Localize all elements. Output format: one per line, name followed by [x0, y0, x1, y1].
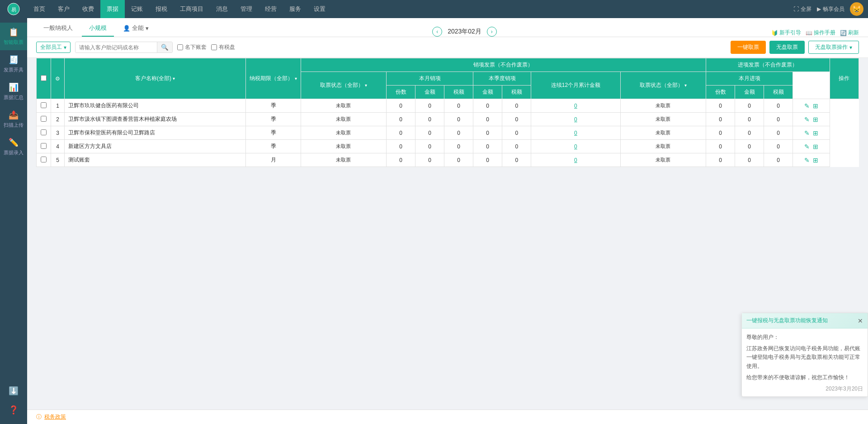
filter-icon-2: ▾ — [295, 76, 297, 81]
invoice-table: ⚙ 客户名称(全部) ▾ 纳税期限（全部） ▾ 销项发票（不合作废票） 进项发票… — [36, 58, 859, 167]
view-icon[interactable]: ⊞ — [813, 129, 818, 137]
row-ms-tax: 0 — [444, 140, 473, 153]
refresh-button[interactable]: 🔄 刷新 — [840, 29, 859, 37]
filter-row: 全部员工 ▾ 🔍 名下账套 有税盘 一键取票 无盘取票 无盘取票操作 ▾ — [27, 37, 868, 58]
bottom-bar: ⓘ 税务政策 — [27, 410, 868, 424]
edit-icon[interactable]: ✎ — [804, 143, 810, 150]
view-icon[interactable]: ⊞ — [813, 157, 818, 164]
sidebar-item-help[interactable]: ❓ — [9, 400, 19, 419]
nav-business[interactable]: 工商项目 — [174, 0, 210, 18]
fullscreen-button[interactable]: ⛶ 全屏 — [793, 5, 811, 13]
row-ms-amount: 0 — [415, 153, 444, 167]
guide-label: 新手引导 — [779, 29, 801, 37]
edit-icon[interactable]: ✎ — [804, 102, 810, 110]
th-customer-label: 客户名称(全部) — [135, 75, 171, 81]
sidebar-label-3: 扫描上传 — [4, 122, 24, 129]
has-tax-disk-checkbox[interactable] — [211, 44, 217, 50]
my-accounts-label: 名下账套 — [185, 43, 207, 51]
left-sidebar: 📋 智能取票 🧾 发票开具 📊 票据汇总 📤 扫描上传 ✏️ 票据录入 ⬇️ ❓ — [0, 18, 27, 424]
row-no: 5 — [51, 153, 65, 167]
no-disk-ticket-button[interactable]: 无盘取票 — [769, 41, 805, 54]
row-action: ✎ ⊞ — [793, 153, 830, 167]
row-mp-count: 0 — [706, 140, 735, 153]
employee-filter[interactable]: 全部员工 ▾ — [36, 42, 71, 53]
row-take-status-purchase: 未取票 — [620, 126, 706, 140]
one-click-ticket-button[interactable]: 一键取票 — [731, 41, 766, 54]
row-checkbox[interactable] — [37, 113, 51, 126]
nav-tax[interactable]: 报税 — [149, 0, 174, 18]
manual-button[interactable]: 📖 操作手册 — [806, 29, 835, 37]
row-take-status-purchase: 未取票 — [620, 153, 706, 167]
user-avatar[interactable]: 😸 — [850, 2, 863, 16]
table-row: 5 测试账套 月 未取票 0 0 0 0 0 0 未取票 0 0 0 ✎ ⊞ — [37, 153, 859, 167]
row-checkbox[interactable] — [37, 140, 51, 153]
row-qs-tax: 0 — [502, 153, 531, 167]
settings-icon[interactable]: ⚙ — [55, 76, 60, 82]
nav-settings[interactable]: 设置 — [307, 0, 332, 18]
member-button[interactable]: ▶ 畅享会员 — [817, 5, 844, 13]
nav-bookkeeping[interactable]: 记账 — [125, 0, 149, 18]
tab-small-scale[interactable]: 小规模 — [82, 20, 114, 37]
nav-billing[interactable]: 收费 — [76, 0, 100, 18]
tab-general-taxpayer[interactable]: 一般纳税人 — [36, 20, 80, 37]
sidebar-item-ticket-entry[interactable]: ✏️ 票据录入 — [0, 133, 27, 161]
notification-title: 一键报税与无盘取票功能恢复通知 — [746, 317, 828, 324]
nav-operation[interactable]: 经营 — [259, 0, 283, 18]
next-period-button[interactable]: › — [487, 27, 497, 37]
edit-icon[interactable]: ✎ — [804, 157, 810, 164]
summary-icon: 📊 — [9, 82, 19, 92]
has-tax-disk-filter[interactable]: 有税盘 — [211, 43, 235, 51]
member-label: 畅享会员 — [823, 5, 844, 13]
nav-invoice[interactable]: 票据 — [100, 0, 125, 18]
row-no: 3 — [51, 126, 65, 140]
row-take-status-purchase: 未取票 — [620, 113, 706, 126]
nav-manage[interactable]: 管理 — [234, 0, 259, 18]
th-tax-period: 纳税期限（全部） ▾ — [246, 58, 301, 99]
edit-icon[interactable]: ✎ — [804, 116, 810, 123]
view-icon[interactable]: ⊞ — [813, 116, 818, 123]
no-disk-ops-button[interactable]: 无盘取票操作 ▾ — [808, 41, 859, 54]
has-tax-disk-label: 有税盘 — [219, 43, 235, 51]
my-accounts-filter[interactable]: 名下账套 — [177, 43, 207, 51]
row-qs-amount: 0 — [473, 153, 502, 167]
svg-text:易: 易 — [11, 7, 16, 12]
nav-message[interactable]: 消息 — [210, 0, 234, 18]
sidebar-item-smart-ticket[interactable]: 📋 智能取票 — [0, 23, 27, 50]
tab-all[interactable]: 👤 全能 ▾ — [116, 20, 156, 37]
sidebar-item-download[interactable]: ⬇️ — [9, 381, 19, 400]
nav-customer[interactable]: 客户 — [52, 0, 76, 18]
tax-policy-link[interactable]: 税务政策 — [44, 413, 66, 421]
close-notification-button[interactable]: ✕ — [858, 317, 863, 324]
play-icon: ▶ — [817, 6, 821, 12]
row-action: ✎ ⊞ — [793, 140, 830, 153]
row-take-status-purchase: 未取票 — [620, 140, 706, 153]
edit-icon[interactable]: ✎ — [804, 129, 810, 137]
select-all-checkbox[interactable] — [41, 75, 47, 81]
th-customer: 客户名称(全部) ▾ — [65, 58, 246, 99]
row-checkbox[interactable] — [37, 153, 51, 167]
row-take-status-sales: 未取票 — [301, 140, 386, 153]
row-qs-amount: 0 — [473, 126, 502, 140]
row-mp-tax: 0 — [764, 99, 793, 113]
sidebar-label-0: 智能取票 — [4, 39, 24, 46]
sidebar-item-summary[interactable]: 📊 票据汇总 — [0, 78, 27, 105]
view-icon[interactable]: ⊞ — [813, 102, 818, 110]
new-guide-button[interactable]: 🔰 新手引导 — [771, 29, 801, 37]
nav-home[interactable]: 首页 — [27, 0, 52, 18]
customer-search-wrap: 🔍 — [75, 42, 173, 53]
customer-search-input[interactable] — [75, 43, 157, 52]
sidebar-item-open-invoice[interactable]: 🧾 发票开具 — [0, 50, 27, 78]
row-action: ✎ ⊞ — [793, 126, 830, 140]
sidebar-item-scan-upload[interactable]: 📤 扫描上传 — [0, 105, 27, 133]
my-accounts-checkbox[interactable] — [177, 44, 183, 50]
row-checkbox[interactable] — [37, 99, 51, 113]
row-checkbox[interactable] — [37, 126, 51, 140]
th-ms-count: 份数 — [387, 86, 415, 99]
prev-period-button[interactable]: ‹ — [432, 27, 442, 37]
view-icon[interactable]: ⊞ — [813, 143, 818, 150]
row-cumulative-12m: 0 — [531, 140, 620, 153]
nav-service[interactable]: 服务 — [283, 0, 307, 18]
row-customer: 卫辉市保和堂医药有限公司卫辉路店 — [65, 126, 246, 140]
filter-icon-4: ▾ — [684, 83, 687, 88]
search-button[interactable]: 🔍 — [157, 42, 172, 52]
